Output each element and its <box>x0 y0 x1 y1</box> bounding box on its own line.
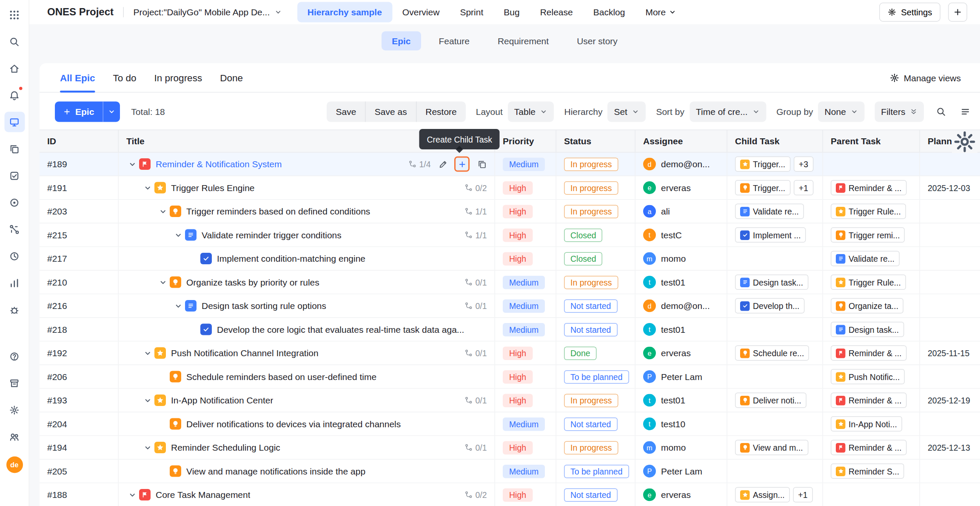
status-badge[interactable]: In progress <box>564 157 618 171</box>
view-tab-in-progress[interactable]: In progress <box>154 63 202 92</box>
parent-task-chip[interactable]: Reminder & ... <box>831 180 907 195</box>
nav-item-bug[interactable]: Bug <box>493 2 530 23</box>
create-epic-button[interactable]: Epic <box>55 102 120 122</box>
table-row-189[interactable]: #189Reminder & Notification System1/4Med… <box>40 153 980 177</box>
child-task-chip[interactable]: Validate re... <box>735 204 804 219</box>
priority-badge[interactable]: Medium <box>503 417 545 431</box>
priority-badge[interactable]: Medium <box>503 299 545 313</box>
column-header-priority[interactable]: Priority <box>495 130 556 152</box>
sidebar-item-settings[interactable] <box>4 400 25 420</box>
parent-task-chip[interactable]: Design task... <box>831 322 904 337</box>
copy-icon[interactable] <box>477 159 487 169</box>
nav-item-hierarchy-sample[interactable]: Hierarchy sample <box>297 2 392 23</box>
subnav-item-epic[interactable]: Epic <box>382 31 421 50</box>
assignee[interactable]: aali <box>643 205 670 218</box>
issue-title[interactable]: Design task sorting rule options <box>202 301 326 311</box>
assignee[interactable]: ttest01 <box>643 323 685 336</box>
save-as-button[interactable]: Save as <box>365 102 416 122</box>
expand-chevron-icon[interactable] <box>142 349 153 357</box>
table-row-204[interactable]: #204Deliver notifications to devices via… <box>40 412 980 436</box>
table-row-215[interactable]: #215Validate reminder trigger conditions… <box>40 223 980 247</box>
child-task-chip[interactable]: Assign... <box>735 487 790 503</box>
issue-title[interactable]: Reminder Scheduling Logic <box>171 443 280 453</box>
table-row-210[interactable]: #210Organize tasks by priority or rules0… <box>40 271 980 294</box>
status-badge[interactable]: In progress <box>564 275 618 289</box>
create-epic-dropdown[interactable] <box>103 102 120 122</box>
nav-item-overview[interactable]: Overview <box>392 2 450 23</box>
assignee[interactable]: ddemo@on... <box>643 300 710 312</box>
parent-task-chip[interactable]: Push Notific... <box>831 369 905 384</box>
issue-title[interactable]: Trigger Rules Engine <box>171 183 255 193</box>
expand-chevron-icon[interactable] <box>157 278 168 286</box>
status-badge[interactable]: Closed <box>564 228 603 242</box>
sidebar-item-pages[interactable] <box>4 139 25 159</box>
status-badge[interactable]: Not started <box>564 323 617 336</box>
issue-title[interactable]: Trigger reminders based on defined condi… <box>186 206 370 217</box>
sidebar-item-notifications[interactable] <box>4 85 25 106</box>
sidebar-item-reports[interactable] <box>4 273 25 293</box>
assignee[interactable]: eerveras <box>643 347 691 360</box>
sidebar-item-search[interactable] <box>4 31 25 52</box>
column-header-child-task[interactable]: Child Task <box>727 130 823 152</box>
settings-button[interactable]: Settings <box>879 3 940 22</box>
more-count-chip[interactable]: +1 <box>794 180 813 195</box>
assignee[interactable]: ttest01 <box>643 394 685 407</box>
issue-title[interactable]: Reminder & Notification System <box>156 159 282 169</box>
sidebar-item-workflow[interactable] <box>4 219 25 240</box>
status-badge[interactable]: In progress <box>564 394 618 407</box>
priority-badge[interactable]: High <box>503 228 533 242</box>
status-badge[interactable]: Not started <box>564 299 617 313</box>
status-badge[interactable]: To be planned <box>564 464 629 478</box>
expand-chevron-icon[interactable] <box>157 207 168 216</box>
search-button[interactable] <box>932 102 951 121</box>
priority-badge[interactable]: High <box>503 370 533 383</box>
user-avatar[interactable]: de <box>6 457 23 473</box>
list-view-button[interactable] <box>956 102 975 121</box>
sidebar-item-members[interactable] <box>4 426 25 447</box>
parent-task-chip[interactable]: In-App Noti... <box>831 416 902 432</box>
issue-title[interactable]: Schedule reminders based on user-defined… <box>186 372 376 382</box>
sidebar-item-home[interactable] <box>4 58 25 79</box>
expand-chevron-icon[interactable] <box>126 491 138 499</box>
save-button[interactable]: Save <box>327 102 365 122</box>
parent-task-chip[interactable]: Trigger Rule... <box>831 274 906 290</box>
add-button[interactable] <box>948 3 967 22</box>
assignee[interactable]: eerveras <box>643 489 691 501</box>
assignee[interactable]: ddemo@on... <box>643 158 710 171</box>
parent-task-chip[interactable]: Trigger Rule... <box>831 204 906 219</box>
status-badge[interactable]: Closed <box>564 252 603 266</box>
sidebar-item-projects[interactable] <box>4 112 25 132</box>
issue-title[interactable]: View and manage notifications inside the… <box>186 466 365 476</box>
create-epic-main[interactable]: Epic <box>55 102 103 122</box>
assignee[interactable]: mmomo <box>643 252 686 265</box>
table-row-206[interactable]: #206Schedule reminders based on user-def… <box>40 365 980 389</box>
table-row-205[interactable]: #205View and manage notifications inside… <box>40 460 980 483</box>
column-header-assignee[interactable]: Assignee <box>635 130 727 152</box>
table-row-192[interactable]: #192Push Notification Channel Integratio… <box>40 342 980 366</box>
assignee[interactable]: mmomo <box>643 441 686 454</box>
priority-badge[interactable]: High <box>503 394 533 407</box>
issue-title[interactable]: Push Notification Channel Integration <box>171 348 319 358</box>
parent-task-chip[interactable]: Reminder & ... <box>831 393 907 408</box>
restore-button[interactable]: Restore <box>416 102 466 122</box>
sidebar-item-tasks[interactable] <box>4 166 25 186</box>
more-count-chip[interactable]: +3 <box>794 157 813 172</box>
subnav-item-feature[interactable]: Feature <box>429 31 480 50</box>
table-row-188[interactable]: #188Core Task Management0/2HighNot start… <box>40 483 980 506</box>
parent-task-chip[interactable]: Trigger remi... <box>831 227 905 243</box>
hierarchy-select[interactable]: Set <box>607 102 646 122</box>
status-badge[interactable]: Not started <box>564 488 617 502</box>
child-task-chip[interactable]: View and m... <box>735 440 808 455</box>
subnav-item-user-story[interactable]: User story <box>567 31 628 50</box>
layout-select[interactable]: Table <box>508 102 554 122</box>
parent-task-chip[interactable]: Reminder S... <box>831 463 904 479</box>
status-badge[interactable]: In progress <box>564 205 618 218</box>
sidebar-item-archive[interactable] <box>4 373 25 393</box>
sidebar-item-help[interactable] <box>4 346 25 366</box>
column-header-id[interactable]: ID <box>40 130 119 152</box>
table-row-203[interactable]: #203Trigger reminders based on defined c… <box>40 200 980 224</box>
parent-task-chip[interactable]: Organize ta... <box>831 298 903 314</box>
priority-badge[interactable]: Medium <box>503 157 545 171</box>
issue-title[interactable]: Develop the core logic that evaluates re… <box>217 324 464 334</box>
expand-chevron-icon[interactable] <box>126 160 138 169</box>
